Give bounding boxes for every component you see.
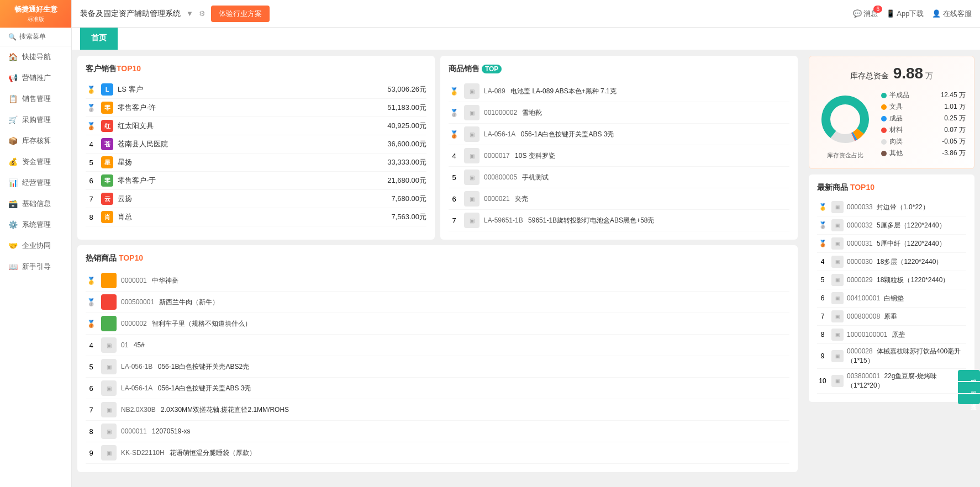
dropdown-arrow[interactable]: ▼ [186, 9, 193, 18]
legend-dot [881, 151, 887, 156]
new-prod-icon: ▣ [831, 350, 844, 362]
prod-icon: ▣ [464, 83, 480, 99]
sidebar-item-快捷导航[interactable]: 🏠快捷导航 [0, 46, 71, 67]
sidebar-logo: 畅捷通好生意 标准版 [0, 0, 71, 28]
rank-row: 🥇 L LS 客户 53,006.26元 [86, 81, 426, 99]
legend-item: 成品 0.25 万 [881, 114, 966, 123]
new-prod-table: 🥇 ▣ 0000033 封边带（1.0*22） 🥈 ▣ 0000032 5厘多层… [817, 198, 966, 394]
rank-number: 7 [821, 313, 825, 320]
rank-name: 零售客户-许 [118, 103, 387, 113]
nav-label: 资金管理 [22, 157, 51, 167]
prod-medal: 4 [449, 152, 460, 160]
inventory-title: 库存总资金 [850, 71, 889, 80]
inventory-unit: 万 [925, 71, 933, 80]
sidebar-item-库存核算[interactable]: 📦库存核算 [0, 130, 71, 151]
float-btn-community[interactable]: 服务社区 [958, 382, 980, 393]
prod-medal: 🥉 [449, 130, 460, 139]
product-sales-title: 商品销售 TOP [449, 64, 789, 74]
rank-number: 4 [452, 152, 456, 160]
rank-number: 4 [89, 140, 93, 149]
medal-gold: 🥇 [87, 277, 96, 285]
new-prod-medal: 🥇 [817, 203, 828, 211]
float-btn-service[interactable]: 客服热线 [958, 370, 980, 381]
prod-medal: 🥇 [449, 87, 460, 96]
prod-medal: 🥈 [86, 298, 97, 306]
prod-img [101, 316, 117, 331]
nav-label: 库存核算 [22, 136, 51, 146]
customer-ranking-title: 客户销售TOP10 [86, 64, 426, 74]
new-prod-code: 004100001 [847, 294, 880, 302]
rank-name: 星扬 [118, 157, 387, 167]
message-icon: 💬 [853, 9, 862, 18]
inventory-card: 库存总资金 9.88 万 [809, 56, 974, 169]
prod-name: 夹壳 [515, 195, 528, 203]
new-prod-icon: ▣ [831, 329, 844, 341]
sidebar-item-销售管理[interactable]: 📋销售管理 [0, 88, 71, 109]
rank-name: 肖总 [118, 212, 391, 222]
rank-amount: 51,183.00元 [387, 103, 426, 113]
sidebar-item-新手引导[interactable]: 📖新手引导 [0, 256, 71, 277]
prod-icon: ▣ [101, 402, 117, 417]
rank-medal: 🥈 [86, 104, 97, 112]
legend-value: 12.45 万 [941, 91, 966, 100]
prod-row: 4 ▣ 01 45# [86, 335, 789, 356]
new-prod-code: 000800008 [847, 313, 880, 320]
new-prod-row: 9 ▣ 0000028 体械嘉枝味苏打饮品400毫升（1*15） [817, 344, 966, 369]
legend-value: -0.05 万 [942, 137, 966, 146]
sidebar-item-资金管理[interactable]: 💰资金管理 [0, 151, 71, 172]
sidebar-item-系统管理[interactable]: ⚙️系统管理 [0, 214, 71, 235]
nav-icon: 📋 [8, 94, 18, 103]
new-prod-icon: ▣ [831, 292, 844, 304]
legend-label: 其他 [889, 149, 942, 158]
rank-medal: 6 [86, 177, 97, 185]
prod-info: LA-056-1A 056-1A白色按键开关盖ABS 3壳 [484, 130, 789, 139]
sidebar-item-营销推广[interactable]: 📢营销推广 [0, 67, 71, 88]
prod-medal: 🥈 [449, 109, 460, 117]
prod-row: 🥉 ▣ LA-056-1A 056-1A白色按键开关盖ABS 3壳 [449, 124, 789, 145]
trial-btn[interactable]: 体验行业方案 [211, 6, 270, 22]
new-prod-row: 🥈 ▣ 0000032 5厘多层（1220*2440） [817, 216, 966, 235]
float-btn-live[interactable]: 直播 [958, 394, 980, 404]
prod-info: LA-056-1B 056-1B白色按键开关壳ABS2壳 [121, 362, 789, 372]
search-icon: 🔍 [8, 33, 17, 41]
nav-label: 基础信息 [22, 199, 51, 209]
donut-chart-container: 库存资金占比 [818, 92, 873, 160]
prod-icon: ▣ [101, 445, 117, 460]
sidebar-item-经营管理[interactable]: 📊经营管理 [0, 172, 71, 193]
tab-home[interactable]: 首页 [80, 28, 118, 50]
new-prod-row: 5 ▣ 0000029 18颗粒板（1220*2440） [817, 271, 966, 289]
message-badge[interactable]: 💬 消息 6 [853, 9, 878, 19]
prod-name: 电池盖 LA-089 ABS本色+黑种 7.1克 [510, 87, 617, 95]
online-service[interactable]: 👤 在线客服 [932, 9, 972, 19]
search-menu-label: 搜索菜单 [19, 32, 46, 41]
settings-icon[interactable]: ⚙ [199, 9, 206, 18]
sidebar-item-企业协同[interactable]: 🤝企业协同 [0, 235, 71, 256]
app-download[interactable]: 📱 App下载 [886, 9, 924, 19]
prod-img [101, 273, 117, 288]
new-products-title: 最新商品 TOP10 [817, 183, 966, 193]
logo-sub: 标准版 [28, 15, 44, 23]
float-buttons: 客服热线 服务社区 直播 [958, 370, 980, 404]
rank-name: 红太阳文具 [118, 121, 387, 131]
nav-label: 企业协同 [22, 241, 51, 251]
nav-icon: 🏠 [8, 52, 18, 61]
legend-dot [881, 128, 887, 133]
rank-number: 5 [821, 276, 825, 284]
sidebar-item-基础信息[interactable]: 🗃️基础信息 [0, 193, 71, 214]
rank-row: 5 星 星扬 33,333.00元 [86, 153, 426, 172]
search-menu-btn[interactable]: 🔍 搜索菜单 [0, 28, 71, 46]
new-prod-code: 0000031 [847, 240, 873, 247]
sidebar-item-采购管理[interactable]: 🛒采购管理 [0, 109, 71, 130]
rank-avatar: 零 [101, 102, 113, 114]
medal-gold: 🥇 [87, 86, 96, 94]
donut-chart-svg [818, 92, 873, 147]
legend-label: 成品 [889, 114, 944, 123]
prod-info: 0000002 智利车子里（规格不知道填什么） [121, 319, 789, 329]
new-prod-row: 🥉 ▣ 0000031 5厘中纤（1220*2440） [817, 235, 966, 253]
prod-name: 新西兰牛肉（新牛） [159, 298, 219, 306]
prod-name: 手机测试 [522, 173, 549, 181]
rank-medal: 🥉 [86, 122, 97, 130]
prod-code: LA-089 [484, 87, 505, 95]
rank-medal: 4 [86, 140, 97, 149]
inventory-legend: 半成品 12.45 万 文具 1.01 万 成品 0.25 万 材料 0.07 … [881, 91, 966, 160]
